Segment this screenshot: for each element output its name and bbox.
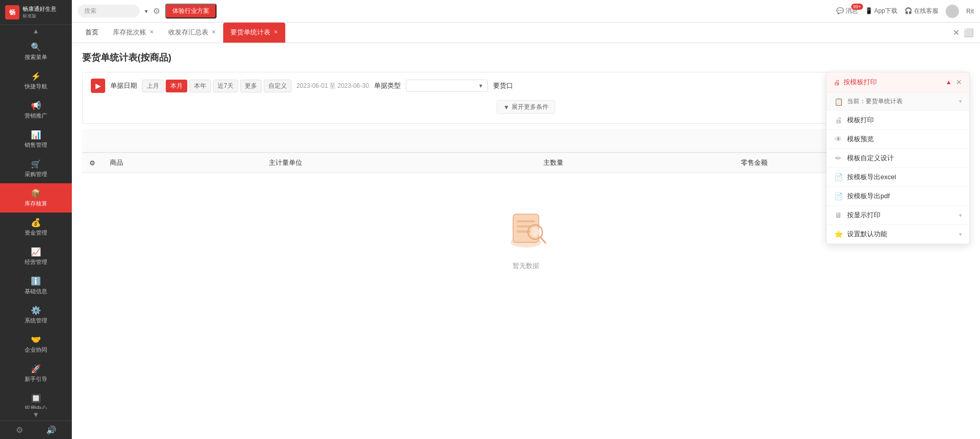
print-icon: 🖨 — [834, 79, 840, 86]
sidebar-item-marketing[interactable]: 📢营销推广 — [0, 96, 72, 125]
template-print-label: 模板打印 — [847, 116, 874, 125]
set-default-label: 设置默认功能 — [847, 230, 887, 239]
close-window-icon[interactable]: ✕ — [953, 28, 959, 37]
sidebar-item-label-inventory: 库存核算 — [25, 200, 47, 207]
display-print-expand-icon: ▾ — [959, 212, 962, 219]
user-avatar[interactable] — [946, 5, 959, 18]
dropdown-item-set-default[interactable]: ⭐ 设置默认功能 ▾ — [827, 225, 969, 244]
topbar-gear-icon[interactable]: ⚙ — [153, 6, 160, 16]
empty-icon — [500, 204, 552, 255]
dropdown-header: 🖨 按模板打印 ▲ ✕ — [827, 72, 969, 92]
tab-requisition-stats-label: 要货单统计表 — [230, 28, 270, 37]
marketing-icon: 📢 — [31, 101, 41, 110]
sidebar-item-basic[interactable]: ℹ️基础信息 — [0, 271, 72, 300]
type-filter-select[interactable]: ▾ — [406, 80, 488, 92]
purchase-icon: 🛒 — [31, 159, 41, 169]
template-preview-label: 模板预览 — [847, 135, 874, 144]
settings-icon[interactable]: ⚙ — [16, 425, 23, 435]
message-btn[interactable]: 💬 消息 99+ — [836, 7, 858, 15]
topbar-dropdown-icon[interactable]: ▾ — [145, 8, 148, 15]
tab-requisition-stats[interactable]: 要货单统计表 ✕ — [223, 23, 285, 43]
app-name: 畅康通好生意 — [23, 5, 56, 12]
guide-icon: 🚀 — [31, 364, 41, 374]
filter-toggle-btn[interactable]: ▶ — [91, 79, 105, 93]
sidebar-nav: 🔍搜索菜单⚡快捷导航📢营销推广📊销售管理🛒采购管理📦库存核算💰资金管理📈经营管理… — [0, 37, 72, 409]
speaker-icon[interactable]: 🔊 — [46, 425, 56, 435]
sidebar-item-label-marketing: 营销推广 — [25, 112, 47, 120]
sidebar-item-label-basic: 基础信息 — [25, 288, 47, 295]
dropdown-item-display-print[interactable]: 🖥 按显示打印 ▾ — [827, 206, 969, 225]
export-excel-label: 按模板导出excel — [847, 173, 896, 182]
tab-inventory-batch[interactable]: 库存批次账 ✕ — [106, 23, 161, 43]
dropdown-item-template-preview[interactable]: 👁 模板预览 — [827, 130, 969, 149]
sidebar-item-inventory[interactable]: 📦库存核算 — [0, 183, 72, 213]
page-title: 要货单统计表(按商品) — [82, 51, 970, 64]
inventory-icon: 📦 — [31, 188, 41, 198]
dropdown-item-export-pdf[interactable]: 📄 按模板导出pdf — [827, 187, 969, 206]
scroll-down-btn[interactable]: ▼ — [0, 409, 72, 421]
sidebar-item-system[interactable]: ⚙️系统管理 — [0, 300, 72, 330]
date-range-display: 2023-06-01 至 2023-06-30 — [297, 82, 369, 90]
date-btn-more[interactable]: 更多 — [240, 80, 262, 92]
dropdown-current-template[interactable]: 📋 当前：要货单统计表 ▾ — [827, 92, 969, 111]
dropdown-item-template-print[interactable]: 🖨 模板打印 — [827, 111, 969, 130]
sidebar-item-search[interactable]: 🔍搜索菜单 — [0, 37, 72, 66]
tab-collection-summary-close[interactable]: ✕ — [211, 29, 216, 35]
date-btn-custom[interactable]: 自定义 — [264, 80, 291, 92]
dropdown-title: 按模板打印 — [844, 78, 877, 87]
tab-collection-summary[interactable]: 收发存汇总表 ✕ — [161, 23, 223, 43]
message-count: 99+ — [851, 4, 863, 10]
sidebar-item-appstore[interactable]: 🔲应用中心 — [0, 388, 72, 409]
sidebar-item-collab[interactable]: 🤝企业协同 — [0, 330, 72, 359]
expand-conditions-btn[interactable]: ▼ 展开更多条件 — [497, 100, 555, 114]
topbar: 搜索 ▾ ⚙ 体验行业方案 💬 消息 99+ 📱 App下载 🎧 在线客服 Ri… — [72, 0, 980, 23]
sidebar-item-label-purchase: 采购管理 — [25, 170, 47, 178]
headset-icon: 🎧 — [905, 7, 912, 14]
logo-area: 畅 畅康通好生意 标准版 — [0, 0, 72, 25]
expand-label: 展开更多条件 — [512, 103, 548, 111]
sidebar-item-sales[interactable]: 📊销售管理 — [0, 125, 72, 154]
online-service-btn[interactable]: 🎧 在线客服 — [905, 7, 938, 15]
sidebar-item-finance[interactable]: 💰资金管理 — [0, 213, 72, 242]
tab-inventory-batch-label: 库存批次账 — [113, 28, 146, 37]
dropdown-close-icon[interactable]: ✕ — [956, 78, 962, 86]
maximize-window-icon[interactable]: ⬜ — [964, 28, 974, 37]
sidebar-item-purchase[interactable]: 🛒采购管理 — [0, 154, 72, 183]
sidebar-item-guide[interactable]: 🚀新手引导 — [0, 359, 72, 388]
col-settings[interactable]: ⚙ — [82, 153, 103, 173]
search-icon: 🔍 — [31, 42, 41, 52]
finance-icon: 💰 — [31, 218, 41, 227]
date-btn-this-year[interactable]: 本年 — [189, 80, 211, 92]
svg-point-7 — [531, 227, 540, 237]
tab-collection-summary-label: 收发存汇总表 — [168, 28, 208, 37]
empty-label: 暂无数据 — [513, 261, 539, 271]
dropdown-item-export-excel[interactable]: 📄 按模板导出excel — [827, 168, 969, 187]
tab-requisition-stats-close[interactable]: ✕ — [273, 29, 278, 35]
collab-icon: 🤝 — [31, 335, 41, 345]
sidebar-item-label-guide: 新手引导 — [25, 375, 47, 383]
app-download-btn[interactable]: 📱 App下载 — [865, 7, 897, 15]
date-buttons: 上月 本月 本年 近7天 更多 自定义 — [142, 80, 291, 92]
system-icon: ⚙️ — [31, 306, 41, 315]
date-btn-7days[interactable]: 近7天 — [213, 80, 238, 92]
topbar-search[interactable]: 搜索 — [78, 5, 140, 17]
scroll-up-btn[interactable]: ▲ — [0, 25, 72, 37]
sidebar-item-shortcut[interactable]: ⚡快捷导航 — [0, 66, 72, 96]
app-badge: 标准版 — [23, 13, 56, 20]
date-btn-last-month[interactable]: 上月 — [142, 80, 164, 92]
basic-icon: ℹ️ — [31, 276, 41, 286]
download-icon: 📱 — [865, 7, 873, 14]
tab-home[interactable]: 首页 — [78, 23, 106, 43]
template-design-label: 模板自定义设计 — [847, 154, 894, 163]
display-print-label: 按显示打印 — [847, 211, 880, 220]
sidebar-item-operation[interactable]: 📈经营管理 — [0, 242, 72, 271]
dropdown-item-template-design[interactable]: ✏ 模板自定义设计 — [827, 149, 969, 168]
window-buttons: ✕ ⬜ — [953, 28, 974, 37]
message-icon: 💬 — [836, 7, 844, 14]
dropdown-chevron-icon[interactable]: ▲ — [946, 79, 952, 86]
sidebar-item-label-search: 搜索菜单 — [25, 53, 47, 61]
trial-button[interactable]: 体验行业方案 — [165, 4, 217, 18]
tab-inventory-batch-close[interactable]: ✕ — [149, 29, 154, 35]
tab-home-label: 首页 — [85, 28, 99, 37]
date-btn-this-month[interactable]: 本月 — [166, 80, 187, 92]
